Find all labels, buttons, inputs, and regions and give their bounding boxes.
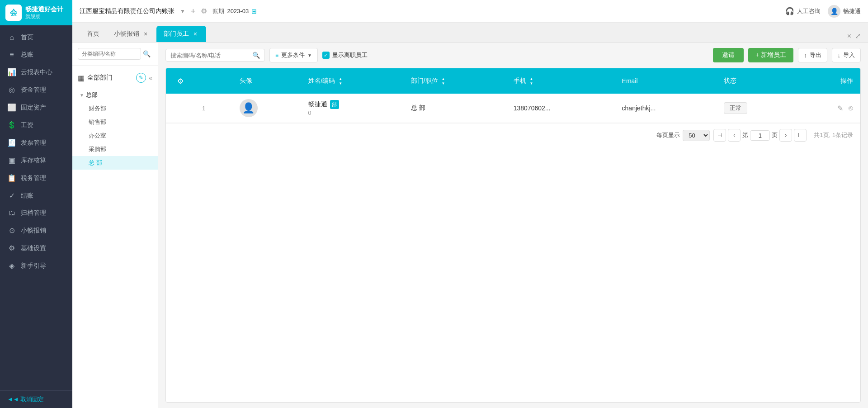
tab-close-dept[interactable]: × xyxy=(192,30,199,38)
page-number-input[interactable] xyxy=(750,130,770,141)
logo-text: 畅捷通好会计 旗舰版 xyxy=(25,5,63,20)
tab-home[interactable]: 首页 xyxy=(80,26,107,42)
dept-all-button[interactable]: ▦ 全部部门 ✎ « xyxy=(72,69,158,86)
sidebar-item-home[interactable]: ⌂ 首页 xyxy=(0,29,72,46)
sidebar-nav: ⌂ 首页 ≡ 总账 📊 云报表中心 ◎ 资金管理 ⬜ 固定资产 💲 工资 🧾 发… xyxy=(0,25,72,390)
table-header-phone[interactable]: 手机 ▲▼ xyxy=(506,68,615,94)
dept-child-sales[interactable]: 销售部 xyxy=(72,115,158,129)
sidebar-item-guide[interactable]: ◈ 新手引导 xyxy=(0,257,72,275)
sidebar-unpin-button[interactable]: ◄◄ 取消固定 xyxy=(0,390,72,408)
table-header-email: Email xyxy=(615,68,717,94)
sidebar-item-payroll[interactable]: 💲 工资 xyxy=(0,116,72,134)
sidebar-item-fixed-assets[interactable]: ⬜ 固定资产 xyxy=(0,99,72,116)
sidebar-item-reports[interactable]: 📊 云报表中心 xyxy=(0,63,72,81)
toolbar: 🔍 ≡ 更多条件 ▼ 显示离职员工 邀请 + 新增员工 ↑ 导出 xyxy=(165,48,861,62)
sidebar-item-inventory[interactable]: ▣ 库存核算 xyxy=(0,152,72,169)
table-header-row: ⚙ 头像 姓名/编码 ▲▼ 部门/职位 ▲▼ xyxy=(166,68,860,94)
employee-code: 0 xyxy=(308,110,396,116)
sidebar-item-settings[interactable]: ⚙ 基础设置 xyxy=(0,239,72,257)
topbar-right: 🎧 人工咨询 👤 畅捷通 xyxy=(785,5,861,18)
row-email: chanjethkj... xyxy=(615,94,717,123)
sidebar-item-checkout[interactable]: ✓ 结账 xyxy=(0,187,72,204)
dept-child-office[interactable]: 办公室 xyxy=(72,129,158,142)
first-page-button[interactable]: ⊣ xyxy=(713,129,726,142)
phone-sort-icons: ▲▼ xyxy=(530,77,533,85)
edit-button[interactable]: ✎ xyxy=(837,104,843,113)
import-button[interactable]: ↓ 导入 xyxy=(832,48,861,62)
sidebar-item-funds[interactable]: ◎ 资金管理 xyxy=(0,81,72,99)
dept-sort-icons: ▲▼ xyxy=(441,77,445,85)
dept-child-general[interactable]: 总 部 xyxy=(72,156,158,170)
status-badge: 正常 xyxy=(724,102,747,114)
calendar-icon[interactable]: ⊞ xyxy=(251,8,257,15)
payroll-icon: 💲 xyxy=(7,121,16,129)
import-icon: ↓ xyxy=(838,52,841,59)
dept-search-icon[interactable]: 🔍 xyxy=(143,50,151,57)
sidebar-item-archive[interactable]: 🗂 归档管理 xyxy=(0,204,72,222)
main-area: 江西服宝精品有限责任公司内账张 ▼ + ⚙ 账期 2023-03 ⊞ 🎧 人工咨… xyxy=(72,0,868,408)
dept-child-purchase[interactable]: 采购部 xyxy=(72,142,158,156)
filter-button[interactable]: ≡ 更多条件 ▼ xyxy=(269,48,318,62)
content-area: 🔍 ▦ 全部部门 ✎ « ▼ 总部 财务部 销售部 xyxy=(72,43,868,408)
company-settings-icon[interactable]: ⚙ xyxy=(201,7,207,15)
tab-dept-employee[interactable]: 部门员工 × xyxy=(156,26,206,42)
export-icon: ↑ xyxy=(804,52,807,59)
page-size-dropdown[interactable]: 50 10 20 100 xyxy=(683,130,710,141)
employee-search-input[interactable] xyxy=(170,52,250,59)
row-status: 正常 xyxy=(717,94,797,123)
tab-close-xiaochang[interactable]: × xyxy=(142,30,149,38)
right-panel: 🔍 ≡ 更多条件 ▼ 显示离职员工 邀请 + 新增员工 ↑ 导出 xyxy=(158,43,868,408)
dept-collapse-button[interactable]: « xyxy=(149,74,152,81)
add-employee-button[interactable]: + 新增员工 xyxy=(748,48,793,62)
table-header-action: 操作 xyxy=(797,68,860,94)
archive-icon: 🗂 xyxy=(7,209,16,217)
table-header-name-code[interactable]: 姓名/编码 ▲▼ xyxy=(301,68,404,94)
tab-xiaochang[interactable]: 小畅报销 × xyxy=(107,26,156,42)
checkout-icon: ✓ xyxy=(7,191,16,200)
expand-tab-button[interactable]: ⤢ xyxy=(855,32,861,40)
sidebar-item-ledger[interactable]: ≡ 总账 xyxy=(0,46,72,63)
export-button[interactable]: ↑ 导出 xyxy=(798,48,827,62)
funds-icon: ◎ xyxy=(7,85,16,94)
row-settings-cell xyxy=(166,94,195,123)
next-page-button[interactable]: › xyxy=(779,129,792,142)
show-resigned-checkbox-label[interactable]: 显示离职员工 xyxy=(322,51,368,59)
logout-button[interactable]: ⎋ xyxy=(849,104,853,112)
dept-panel: 🔍 ▦ 全部部门 ✎ « ▼ 总部 财务部 销售部 xyxy=(72,43,158,408)
table-header-dept-position[interactable]: 部门/职位 ▲▼ xyxy=(404,68,506,94)
invite-button[interactable]: 邀请 xyxy=(713,48,744,62)
table-settings-button[interactable]: ⚙ xyxy=(173,74,188,88)
table-header-avatar: 头像 xyxy=(232,68,301,94)
sidebar-item-xiaochang[interactable]: ⊙ 小畅报销 xyxy=(0,222,72,239)
company-dropdown-icon[interactable]: ▼ xyxy=(180,8,185,14)
add-company-button[interactable]: + xyxy=(191,7,196,15)
table-row: 1 👤 畅捷通 部 0 总 部 138070602... chanjethkj.… xyxy=(166,94,860,123)
dept-tree: ▼ 总部 财务部 销售部 办公室 采购部 总 部 xyxy=(72,86,158,171)
dept-edit-button[interactable]: ✎ xyxy=(136,73,146,83)
sidebar-item-tax[interactable]: 📋 税务管理 xyxy=(0,169,72,187)
sidebar-item-invoice[interactable]: 🧾 发票管理 xyxy=(0,134,72,152)
logo-icon: 会 xyxy=(5,5,22,21)
last-page-button[interactable]: ⊢ xyxy=(794,129,807,142)
invoice-icon: 🧾 xyxy=(7,138,16,147)
pagination: 每页显示 50 10 20 100 ⊣ ‹ 第 页 xyxy=(166,123,860,147)
service-button[interactable]: 🎧 人工咨询 xyxy=(785,7,821,15)
search-icon[interactable]: 🔍 xyxy=(252,52,260,59)
user-menu-button[interactable]: 👤 畅捷通 xyxy=(828,5,861,18)
dept-search-input[interactable] xyxy=(78,48,141,60)
headset-icon: 🎧 xyxy=(785,7,794,15)
employee-table-container: ⚙ 头像 姓名/编码 ▲▼ 部门/职位 ▲▼ xyxy=(165,68,861,403)
prev-page-button[interactable]: ‹ xyxy=(728,129,741,142)
close-tab-button[interactable]: × xyxy=(847,32,851,40)
guide-icon: ◈ xyxy=(7,261,16,270)
dept-child-finance[interactable]: 财务部 xyxy=(72,102,158,115)
expand-icon: ▼ xyxy=(80,93,84,98)
toolbar-right: 邀请 + 新增员工 ↑ 导出 ↓ 导入 xyxy=(713,48,861,62)
show-resigned-checkbox[interactable] xyxy=(322,52,330,59)
table-body: 1 👤 畅捷通 部 0 总 部 138070602... chanjethkj.… xyxy=(166,94,860,123)
table-header-settings: ⚙ xyxy=(166,68,195,94)
dept-parent-item[interactable]: ▼ 总部 xyxy=(72,88,158,102)
tabbar-right: × ⤢ xyxy=(847,32,861,42)
page-total: 共1页, 1条记录 xyxy=(814,131,853,139)
sidebar: 会 畅捷通好会计 旗舰版 ⌂ 首页 ≡ 总账 📊 云报表中心 ◎ 资金管理 ⬜ … xyxy=(0,0,72,408)
